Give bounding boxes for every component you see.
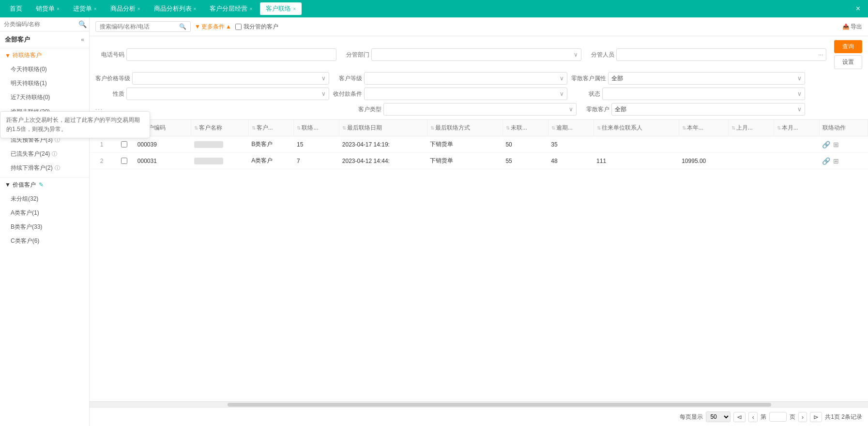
sidebar-item-declining[interactable]: 持续下滑客户(2) ⓘ: [0, 161, 89, 175]
sidebar-item-tomorrow[interactable]: 明天待联络(1): [0, 76, 89, 90]
page-number-input[interactable]: 1: [769, 412, 787, 422]
cell-unit-contact: 111: [594, 153, 679, 169]
main-layout: 🔍 全部客户 « ▼ 待联络客户 今天待联络(0) 明天待联络(1) 近7天待联…: [0, 17, 868, 426]
filter-cell-status: 状态 ∨: [571, 88, 805, 100]
customer-type-input[interactable]: ∨: [383, 103, 577, 116]
sidebar-item-7days[interactable]: 近7天待联络(0): [0, 90, 89, 104]
filter-search-input[interactable]: [100, 23, 177, 30]
sidebar-item-a-customers[interactable]: A类客户(1): [0, 206, 89, 220]
sidebar-group-pending[interactable]: ▼ 待联络客户: [0, 48, 89, 62]
retail-attr-input[interactable]: 全部 ∨: [608, 72, 805, 85]
status-caret: ∨: [797, 90, 802, 97]
nav-product-list-close[interactable]: ×: [194, 6, 197, 12]
col-customer-type[interactable]: 客户...: [248, 120, 294, 136]
my-customers-checkbox[interactable]: [235, 24, 242, 30]
my-customers-checkbox-label[interactable]: 我分管的客户: [235, 23, 278, 31]
col-last-contact-method[interactable]: 最后联络方式: [427, 120, 503, 136]
nav-product-close[interactable]: ×: [137, 6, 140, 12]
price-grade-input[interactable]: ∨: [132, 72, 329, 85]
window-close-button[interactable]: ×: [852, 2, 864, 15]
filter-search-icon[interactable]: 🔍: [179, 23, 186, 30]
table-container: ⚙ 客户编码 客户名称 客户... 联络... 最后联络日期 最后联络方式 未联…: [90, 120, 868, 401]
payment-label: 收付款条件: [333, 90, 362, 98]
sidebar-search-input[interactable]: [4, 21, 76, 28]
filter-row-2: 客户价格等级 ∨ 客户等级 ∨ 零散客户属性 全部: [95, 72, 862, 85]
nav-purchase[interactable]: 进货单 ×: [67, 2, 103, 15]
filter-more-conditions[interactable]: ▼ 更多条件 ▲: [195, 23, 231, 31]
per-page-select[interactable]: 50 20 100: [706, 411, 731, 422]
cell-unread: 55: [503, 153, 548, 169]
declining-info-icon[interactable]: ⓘ: [55, 164, 60, 173]
last-page-button[interactable]: ⊳: [810, 412, 822, 422]
filter-row-4: ··· 客户类型 ∨ 零散客户 全部 ∨: [95, 103, 862, 116]
pagination: 每页显示 50 20 100 ⊲ ‹ 第 1 页 › ⊳ 共1页 2条记录: [90, 407, 868, 426]
last-method-link[interactable]: 下销货单: [430, 157, 453, 164]
query-button[interactable]: 查询: [834, 40, 862, 53]
dept-input[interactable]: ∨: [371, 48, 581, 61]
nature-input[interactable]: ∨: [126, 88, 329, 100]
row-checkbox[interactable]: [121, 141, 127, 147]
sidebar-group-value[interactable]: ▼ 价值客户 ✎: [0, 177, 89, 192]
horizontal-scrollbar[interactable]: [90, 401, 868, 407]
nav-customer-contact-close[interactable]: ×: [293, 6, 296, 12]
nav-product-analysis[interactable]: 商品分析 ×: [105, 2, 146, 15]
next-page-button[interactable]: ›: [798, 412, 807, 422]
nav-sales-close[interactable]: ×: [57, 6, 60, 12]
col-contact[interactable]: 联络...: [294, 120, 339, 136]
sidebar-item-c-customers[interactable]: C类客户(6): [0, 234, 89, 248]
retail-attr-caret: ∨: [797, 75, 802, 82]
nav-sales[interactable]: 销货单 ×: [30, 2, 65, 15]
last-method-link[interactable]: 下销货单: [430, 141, 453, 147]
phone-input[interactable]: [126, 48, 336, 61]
retail-customer-input[interactable]: 全部 ∨: [611, 103, 805, 116]
action-more-icon[interactable]: ⊞: [833, 141, 839, 148]
setting-button[interactable]: 设置: [834, 55, 862, 69]
nav-purchase-close[interactable]: ×: [94, 6, 97, 12]
payment-input[interactable]: ∨: [364, 88, 567, 100]
col-unit-contact[interactable]: 往来单位联系人: [594, 120, 679, 136]
col-this-month[interactable]: 本月...: [774, 120, 819, 136]
nav-customer-contact[interactable]: 客户联络 ×: [260, 2, 302, 15]
cell-this-year: 10995.00: [679, 153, 728, 169]
sidebar-item-churned[interactable]: 已流失客户(24) ⓘ: [0, 147, 89, 161]
manager-input[interactable]: ···: [616, 48, 826, 61]
sidebar-collapse-icon[interactable]: «: [81, 36, 84, 43]
cell-this-month: [774, 153, 819, 169]
first-page-button[interactable]: ⊲: [733, 412, 746, 422]
sidebar-search-icon[interactable]: 🔍: [78, 20, 87, 28]
prev-page-button[interactable]: ‹: [748, 412, 757, 422]
value-group-edit-icon[interactable]: ✎: [39, 181, 44, 188]
col-customer-name[interactable]: 客户名称: [191, 120, 249, 136]
col-this-year[interactable]: 本年...: [679, 120, 728, 136]
sidebar-item-today[interactable]: 今天待联络(0): [0, 62, 89, 76]
export-button[interactable]: 📤 导出: [842, 23, 862, 31]
action-link-icon[interactable]: 🔗: [822, 141, 830, 148]
sidebar: 🔍 全部客户 « ▼ 待联络客户 今天待联络(0) 明天待联络(1) 近7天待联…: [0, 17, 90, 426]
nav-customer-tier-close[interactable]: ×: [249, 6, 252, 12]
row-checkbox[interactable]: [121, 158, 127, 164]
sidebar-item-b-customers[interactable]: B类客户(33): [0, 220, 89, 234]
churned-info-icon[interactable]: ⓘ: [52, 150, 57, 159]
filter-buttons: 查询 设置: [834, 40, 862, 69]
sidebar-all-customers[interactable]: 全部客户 «: [0, 31, 89, 48]
per-page-label: 每页显示: [680, 413, 703, 421]
nav-home[interactable]: 首页: [4, 2, 28, 15]
col-overdue[interactable]: 逾期...: [548, 120, 594, 136]
total-records: 共1页 2条记录: [825, 413, 862, 421]
col-last-month[interactable]: 上月...: [728, 120, 774, 136]
customer-grade-input[interactable]: ∨: [364, 72, 567, 85]
manager-more-icon[interactable]: ···: [818, 51, 823, 58]
scrollbar-thumb[interactable]: [228, 403, 771, 407]
cell-contact: 15: [294, 136, 339, 153]
col-unread[interactable]: 未联...: [503, 120, 548, 136]
status-label: 状态: [571, 90, 600, 98]
customer-grade-caret: ∨: [560, 75, 564, 82]
col-last-contact-date[interactable]: 最后联络日期: [339, 120, 427, 136]
sidebar-item-ungrouped[interactable]: 未分组(32): [0, 192, 89, 206]
nav-customer-tier[interactable]: 客户分层经营 ×: [204, 2, 258, 15]
status-input[interactable]: ∨: [602, 88, 805, 100]
action-more-icon[interactable]: ⊞: [833, 157, 839, 165]
action-link-icon[interactable]: 🔗: [822, 157, 830, 165]
sidebar-root-label: 全部客户: [5, 35, 30, 44]
nav-product-list[interactable]: 商品分析列表 ×: [148, 2, 202, 15]
